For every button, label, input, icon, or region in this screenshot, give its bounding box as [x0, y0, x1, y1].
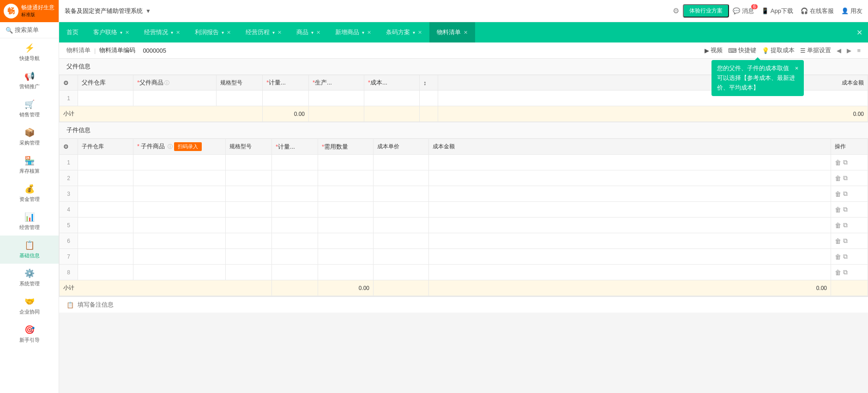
- trial-button[interactable]: 体验行业方案: [683, 4, 729, 18]
- finance-label: 资金管理: [19, 196, 40, 203]
- delete-icon-row5[interactable]: 🗑: [835, 222, 841, 229]
- sort-icon: ↕: [423, 79, 427, 86]
- nav-prev-button[interactable]: ◀: [837, 47, 841, 54]
- delete-icon-row8[interactable]: 🗑: [835, 269, 841, 276]
- basic-icon: 📋: [24, 240, 35, 250]
- sidebar-item-basic[interactable]: 📋 基础信息: [0, 236, 59, 264]
- tab-close-all[interactable]: ✕: [851, 28, 868, 37]
- child-col-warehouse: 子件仓库: [78, 139, 133, 155]
- copy-icon-row6[interactable]: ⧉: [843, 237, 848, 245]
- operation-label: 经营管理: [19, 224, 40, 231]
- video-button[interactable]: ▶ 视频: [705, 46, 723, 54]
- child-row-1-actions: 🗑 ⧉: [831, 155, 868, 170]
- parent-row-1-num: 1: [60, 91, 78, 106]
- scan-button[interactable]: 扫码录入: [174, 142, 202, 151]
- sidebar-item-search[interactable]: 🔍 搜索菜单: [0, 22, 59, 38]
- sidebar-item-guide[interactable]: 🎯 新手引导: [0, 320, 59, 348]
- gear-icon[interactable]: ⚙: [673, 6, 679, 15]
- sidebar-item-finance[interactable]: 💰 资金管理: [0, 179, 59, 207]
- copy-icon-row7[interactable]: ⧉: [843, 253, 848, 260]
- sales-label: 销售管理: [19, 111, 40, 118]
- delete-icon-row3[interactable]: 🗑: [835, 190, 841, 198]
- tab-home[interactable]: 首页: [59, 22, 86, 42]
- doc-settings-label: 单据设置: [807, 46, 831, 54]
- child-section-title: 子件信息: [59, 122, 868, 139]
- copy-icon-row5[interactable]: ⧉: [843, 221, 848, 229]
- inventory-icon: 🏪: [24, 156, 35, 166]
- parent-row-1-goods[interactable]: [133, 91, 217, 106]
- sidebar-item-purchase[interactable]: 📦 采购管理: [0, 123, 59, 151]
- child-row-1-unit[interactable]: [272, 155, 318, 170]
- child-row-1-qty[interactable]: [318, 155, 374, 170]
- doc-settings-icon: ☰: [800, 47, 806, 54]
- tab-profit-close[interactable]: ✕: [227, 30, 231, 36]
- online-service-button[interactable]: 🎧 在线客服: [801, 7, 834, 15]
- child-col-qty: *需用数量: [318, 139, 374, 155]
- delete-icon-row1[interactable]: 🗑: [835, 159, 841, 166]
- extract-cost-button[interactable]: 💡 提取成本 × 您的父件、子件的成本取值可以选择【参考成本、最新进价、平均成本…: [762, 46, 795, 54]
- tooltip-close-button[interactable]: ×: [795, 64, 799, 73]
- copy-icon-row8[interactable]: ⧉: [843, 268, 848, 276]
- tab-profit[interactable]: 利润报告 ▾ ✕: [187, 22, 238, 42]
- user-menu-button[interactable]: 👤 用友: [841, 7, 862, 15]
- copy-icon-row3[interactable]: ⧉: [843, 190, 848, 198]
- child-row-1-spec[interactable]: [226, 155, 272, 170]
- marketing-label: 营销推广: [19, 83, 40, 90]
- tab-op-history[interactable]: 经营历程 ▾ ✕: [238, 22, 289, 42]
- sys-dropdown-icon[interactable]: ▼: [145, 8, 151, 14]
- parent-col-settings[interactable]: ⚙: [60, 75, 78, 91]
- delete-icon-row7[interactable]: 🗑: [835, 253, 841, 260]
- tab-goods[interactable]: 商品 ▾ ✕: [289, 22, 328, 42]
- app-download-button[interactable]: 📱 App下载: [761, 7, 793, 15]
- delete-icon-row2[interactable]: 🗑: [835, 175, 841, 182]
- parent-col-cost: *成本...: [364, 75, 420, 91]
- tab-opstatus-close[interactable]: ✕: [176, 30, 180, 36]
- tab-barcode[interactable]: 条码方案 ▾ ✕: [379, 22, 429, 42]
- sidebar-item-quicknav[interactable]: ⚡ 快捷导航: [0, 38, 59, 67]
- sidebar-item-system[interactable]: ⚙️ 系统管理: [0, 264, 59, 292]
- child-row-1-unit-cost[interactable]: [374, 155, 429, 170]
- tab-newgoods-close[interactable]: ✕: [367, 30, 371, 36]
- sidebar-item-inventory[interactable]: 🏪 库存核算: [0, 151, 59, 179]
- video-label: 视频: [711, 46, 723, 54]
- child-settings-icon: ⚙: [63, 143, 69, 150]
- delete-icon-row6[interactable]: 🗑: [835, 237, 841, 245]
- tab-goods-close[interactable]: ✕: [316, 30, 320, 36]
- inventory-label: 库存核算: [19, 168, 40, 175]
- delete-icon-row4[interactable]: 🗑: [835, 206, 841, 213]
- parent-row-1-warehouse[interactable]: [78, 91, 133, 106]
- sidebar-item-enterprise[interactable]: 🤝 企业协同: [0, 292, 59, 320]
- bottom-note-area[interactable]: 📋 填写备注信息: [59, 296, 868, 313]
- tab-bom[interactable]: 物料清单 ✕: [429, 22, 475, 42]
- sidebar-item-marketing[interactable]: 📢 营销推广: [0, 67, 59, 95]
- sidebar-item-sales[interactable]: 🛒 销售管理: [0, 95, 59, 123]
- sidebar-item-operation[interactable]: 📊 经营管理: [0, 207, 59, 236]
- operation-icon: 📊: [24, 212, 35, 222]
- note-icon: 📋: [66, 302, 74, 308]
- parent-row-1-unit[interactable]: [263, 91, 309, 106]
- tab-goods-label: 商品: [296, 28, 308, 36]
- tab-ophistory-close[interactable]: ✕: [277, 30, 282, 36]
- child-row-1-warehouse[interactable]: [78, 155, 133, 170]
- tab-barcode-close[interactable]: ✕: [418, 30, 422, 36]
- tab-new-goods[interactable]: 新增商品 ▾ ✕: [328, 22, 379, 42]
- parent-row-1-produce[interactable]: [309, 91, 364, 106]
- shortcut-button[interactable]: ⌨ 快捷键: [728, 46, 756, 54]
- tab-customer[interactable]: 客户联络 ▾ ✕: [86, 22, 137, 42]
- grid-view-button[interactable]: ≡: [857, 47, 861, 54]
- tab-bom-close[interactable]: ✕: [464, 30, 468, 36]
- parent-col-sort[interactable]: ↕: [420, 75, 438, 91]
- child-row-1-goods[interactable]: [133, 155, 226, 170]
- parent-row-1-spec[interactable]: [217, 91, 263, 106]
- copy-icon-row4[interactable]: ⧉: [843, 206, 848, 213]
- copy-icon-row2[interactable]: ⧉: [843, 174, 848, 182]
- parent-row-1-cost[interactable]: [364, 91, 420, 106]
- message-button[interactable]: 💬 消息 6: [733, 7, 754, 15]
- tab-customer-close[interactable]: ✕: [125, 30, 129, 36]
- copy-icon-row1[interactable]: ⧉: [843, 158, 848, 166]
- child-col-settings[interactable]: ⚙: [60, 139, 78, 155]
- parent-row-1-sort: [420, 91, 438, 106]
- doc-settings-button[interactable]: ☰ 单据设置: [800, 46, 831, 54]
- tab-operation-status[interactable]: 经营情况 ▾ ✕: [137, 22, 187, 42]
- nav-next-button[interactable]: ▶: [847, 47, 851, 54]
